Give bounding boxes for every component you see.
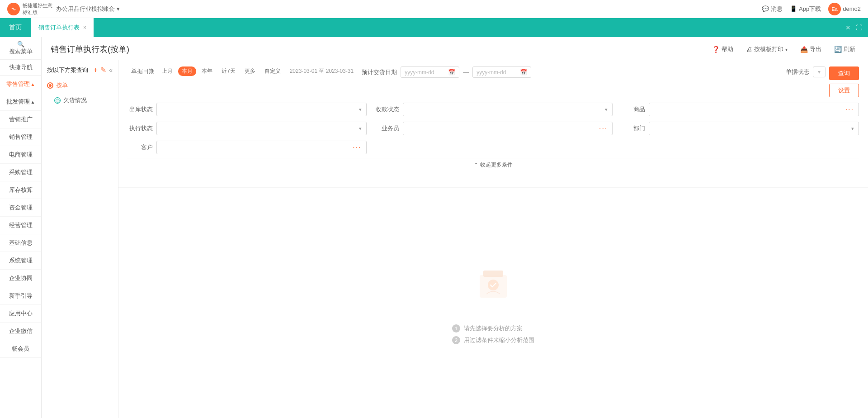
tab-close-btn[interactable]: × [83,24,86,31]
department-arrow: ▾ [851,126,854,132]
sidebar-search[interactable]: 🔍 搜索菜单 [0,37,41,60]
collection-status-label: 收款状态 [374,105,399,114]
scheme-add-btn[interactable]: + [94,66,98,74]
customer-label: 客户 [127,143,153,152]
close-window-btn[interactable]: ✕ [843,22,854,33]
delivery-status-select[interactable]: ▾ [156,103,367,116]
query-btn[interactable]: 查询 [829,66,859,80]
breadcrumb-arrow: ▾ [117,5,120,12]
delivery-status-item: 出库状态 ▾ [127,103,367,116]
user-area[interactable]: Ea demo2 [828,3,861,15]
step-num-2: 2 [452,336,460,344]
tab-window-actions: ✕ ⛶ [843,18,868,37]
collection-status-item: 收款状态 ▾ [374,103,613,116]
sidebar-item-app-center[interactable]: 应用中心 [0,305,41,323]
header-right: 💬 消息 📱 App下载 Ea demo2 [762,3,861,15]
sidebar-item-sales[interactable]: 销售管理 [0,128,41,146]
scheme-subitem-backorder[interactable]: ◯ 欠货情况 [42,93,118,108]
date-btn-custom[interactable]: 自定义 [261,66,284,76]
export-btn[interactable]: 📤 导出 [797,43,825,55]
salesperson-select[interactable]: ··· [403,122,613,135]
sidebar-item-wholesale[interactable]: 批发管理 ▲ [0,93,41,111]
exec-status-select[interactable]: ▾ [156,122,367,135]
date-btn-last-month[interactable]: 上月 [158,66,176,76]
tab-sales-order[interactable]: 销售订单执行表 × [31,18,94,37]
page-header: 销售订单执行表(按单) ❓ 帮助 🖨 按模板打印 ▾ 📤 导出 🔄 刷新 [42,37,868,60]
print-arrow-icon: ▾ [785,47,788,52]
content-area: 销售订单执行表(按单) ❓ 帮助 🖨 按模板打印 ▾ 📤 导出 🔄 刷新 [42,37,868,418]
sidebar-item-basic[interactable]: 基础信息 [0,234,41,252]
order-status-label: 单据状态 [782,68,809,76]
scheme-radio-order [47,82,53,89]
sidebar-item-retail[interactable]: 零售管理 ▲ [0,76,41,93]
date-btn-7days[interactable]: 近7天 [218,66,239,76]
goods-dots[interactable]: ··· [845,105,854,114]
filter-row-1: 单据日期 上月 本月 本年 近7天 更多 自定义 2023-03-01 至 20… [127,66,859,97]
message-icon: 💬 [762,5,769,12]
goods-select[interactable]: ··· [649,103,859,116]
customer-dots[interactable]: ··· [353,143,361,152]
scheme-panel-header: 按以下方案查询 + ✎ « [42,66,118,78]
order-status-group: 单据状态 ▾ [782,66,826,77]
main-layout: 🔍 搜索菜单 快捷导航 零售管理 ▲ 批发管理 ▲ 营销推广 销售管理 电商管理… [0,37,868,418]
department-select[interactable]: ▾ [649,122,859,135]
sidebar-item-member[interactable]: 畅会员 [0,340,41,358]
department-item: 部门 ▾ [620,122,859,135]
sub-scheme-icon: ◯ [54,97,61,104]
export-icon: 📤 [800,46,808,53]
collapse-filter-btn[interactable]: ⌃ 收起更多条件 [127,158,859,171]
refresh-btn[interactable]: 🔄 刷新 [830,43,859,55]
scheme-item-order[interactable]: 按单 [42,78,118,93]
body-layout: 按以下方案查询 + ✎ « 按单 ◯ 欠货情况 [42,60,868,418]
maximize-window-btn[interactable]: ⛶ [854,22,864,33]
expected-date-label: 预计交货日期 [361,68,397,76]
date-btn-more[interactable]: 更多 [241,66,259,76]
sidebar-item-newbie[interactable]: 新手引导 [0,287,41,305]
empty-step-1: 1 请先选择要分析的方案 [452,324,534,332]
refresh-icon: 🔄 [834,46,842,53]
right-panel: 单据日期 上月 本月 本年 近7天 更多 自定义 2023-03-01 至 20… [118,60,868,418]
exec-arrow: ▾ [359,126,362,132]
date-btn-this-year[interactable]: 本年 [198,66,216,76]
date-quick-btns: 上月 本月 本年 近7天 更多 自定义 [158,66,284,76]
print-btn[interactable]: 🖨 按模板打印 ▾ [742,43,791,55]
date-btn-this-month[interactable]: 本月 [178,66,196,76]
sidebar-item-enterprise[interactable]: 企业协同 [0,270,41,287]
header-left: 畅捷通好生意 标准版 办公用品行业模拟账套 ▾ [7,2,120,15]
collection-status-select[interactable]: ▾ [403,103,613,116]
scheme-panel: 按以下方案查询 + ✎ « 按单 ◯ 欠货情况 [42,60,118,418]
sidebar-item-marketing[interactable]: 营销推广 [0,111,41,128]
sidebar-item-inventory[interactable]: 库存核算 [0,181,41,199]
scheme-collapse-btn[interactable]: « [109,66,113,74]
sidebar-item-operations[interactable]: 经营管理 [0,217,41,234]
delivery-status-label: 出库状态 [127,105,153,114]
date-filter-group: 单据日期 上月 本月 本年 近7天 更多 自定义 2023-03-01 至 20… [127,66,354,76]
message-btn[interactable]: 💬 消息 [762,5,783,13]
scheme-panel-actions: + ✎ « [94,66,113,74]
sidebar-item-purchase[interactable]: 采购管理 [0,164,41,181]
sidebar-item-finance[interactable]: 资金管理 [0,199,41,217]
filter-row-4: 客户 ··· [127,141,859,154]
sidebar-quick-nav[interactable]: 快捷导航 [0,60,41,76]
sidebar-item-wechat[interactable]: 企业微信 [0,323,41,340]
sidebar-item-system[interactable]: 系统管理 [0,252,41,270]
order-status-select[interactable]: ▾ [813,66,826,77]
help-btn[interactable]: ❓ 帮助 [708,43,737,55]
empty-step-2: 2 用过滤条件来缩小分析范围 [452,336,534,344]
empty-illustration [471,261,516,315]
settings-btn[interactable]: 设置 [829,84,859,97]
user-avatar: Ea [828,3,841,15]
expected-date-end[interactable]: yyyy-mm-dd 📅 [472,66,531,78]
app-download-btn[interactable]: 📱 App下载 [790,5,821,13]
scheme-edit-btn[interactable]: ✎ [100,66,106,74]
date-label: 单据日期 [127,67,155,76]
empty-text-block: 1 请先选择要分析的方案 2 用过滤条件来缩小分析范围 [452,324,534,344]
tab-home[interactable]: 首页 [0,18,31,37]
customer-select[interactable]: ··· [156,141,367,154]
expected-date-start[interactable]: yyyy-mm-dd 📅 [401,66,459,78]
filter-row-2: 出库状态 ▾ 收款状态 ▾ [127,103,859,116]
breadcrumb[interactable]: 办公用品行业模拟账套 ▾ [56,5,120,13]
sidebar-item-ecommerce[interactable]: 电商管理 [0,146,41,164]
salesperson-dots[interactable]: ··· [599,124,608,133]
logo-area: 畅捷通好生意 标准版 [7,2,52,15]
